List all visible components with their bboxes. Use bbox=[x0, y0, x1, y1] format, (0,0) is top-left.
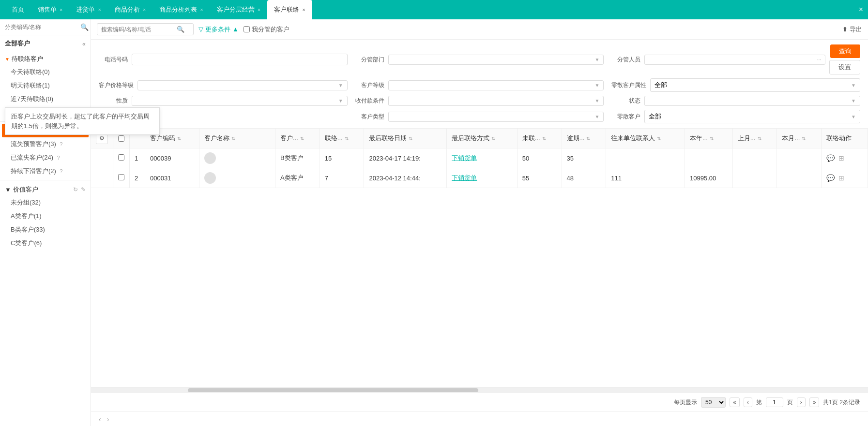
nav-purchase[interactable]: 进货单 × bbox=[69, 0, 107, 19]
table-area: ⚙ 客户编码 ⇅ bbox=[91, 129, 868, 387]
contact-sort-icon[interactable]: ⇅ bbox=[345, 136, 349, 141]
nav-customer-segment[interactable]: 客户分层经营 × bbox=[210, 0, 267, 19]
first-page-button[interactable]: « bbox=[730, 397, 740, 407]
last-page-button[interactable]: » bbox=[809, 397, 820, 407]
page-number-input[interactable] bbox=[766, 397, 783, 407]
filter-search-icon[interactable]: 🔍 bbox=[177, 26, 184, 33]
export-button[interactable]: ⬆ 导出 bbox=[842, 25, 862, 34]
declining-info-icon[interactable]: ? bbox=[60, 168, 62, 174]
row1-select-checkbox[interactable] bbox=[118, 154, 124, 161]
scrollbar-thumb[interactable] bbox=[188, 388, 478, 392]
horizontal-scrollbar[interactable] bbox=[91, 387, 868, 393]
payment-select[interactable]: ▼ bbox=[388, 96, 604, 106]
filter-row-customer-grade: 客户等级 ▼ bbox=[355, 78, 604, 92]
customer-grade-arrow-icon: ▼ bbox=[594, 83, 599, 88]
retail-attr-select[interactable]: 全部 ▼ bbox=[650, 78, 860, 92]
filter-row-status: 状态 ▼ bbox=[611, 96, 860, 106]
lost-customers-info-icon[interactable]: ? bbox=[57, 155, 60, 161]
row2-select-checkbox[interactable] bbox=[118, 174, 124, 180]
retail-customer-select[interactable]: 全部 ▼ bbox=[644, 110, 860, 123]
last-month-sort-icon[interactable]: ⇅ bbox=[758, 136, 761, 141]
per-page-select[interactable]: 50 100 200 bbox=[701, 397, 726, 408]
dept-select[interactable]: ▼ bbox=[388, 55, 604, 65]
window-close-icon[interactable]: × bbox=[859, 5, 863, 14]
sidebar-item-b-class[interactable]: B类客户(33) bbox=[0, 223, 91, 236]
nav-customer-segment-close[interactable]: × bbox=[258, 7, 260, 13]
select-all-checkbox[interactable] bbox=[118, 135, 124, 142]
code-sort-icon[interactable]: ⇅ bbox=[177, 136, 181, 141]
nav-customer-contact-close[interactable]: × bbox=[302, 7, 305, 13]
name-sort-icon[interactable]: ⇅ bbox=[231, 136, 235, 141]
row1-chat-icon[interactable]: 💬 bbox=[826, 154, 835, 162]
phone-input[interactable] bbox=[132, 54, 348, 65]
nav-product-analysis[interactable]: 商品分析 × bbox=[108, 0, 152, 19]
row1-grid-icon[interactable]: ⊞ bbox=[838, 154, 844, 162]
bottom-nav-left-icon[interactable]: ‹ bbox=[96, 415, 104, 423]
row2-grid-icon[interactable]: ⊞ bbox=[838, 174, 844, 182]
nav-sales-close[interactable]: × bbox=[60, 7, 62, 13]
next-page-button[interactable]: › bbox=[797, 397, 806, 407]
nav-product-analysis-close[interactable]: × bbox=[143, 7, 146, 13]
table-header-row: ⚙ 客户编码 ⇅ bbox=[91, 129, 868, 148]
uncontacted-sort-icon[interactable]: ⇅ bbox=[542, 136, 546, 141]
th-name: 客户名称 ⇅ bbox=[199, 129, 275, 148]
nav-product-analysis-list[interactable]: 商品分析列表 × bbox=[152, 0, 210, 19]
query-button[interactable]: 查询 bbox=[830, 44, 860, 58]
customer-grade-select[interactable]: ▼ bbox=[388, 80, 604, 90]
last-method-sort-icon[interactable]: ⇅ bbox=[491, 136, 495, 141]
this-month-sort-icon[interactable]: ⇅ bbox=[802, 136, 806, 141]
sidebar-item-a-class[interactable]: A类客户(1) bbox=[0, 209, 91, 223]
settings-button[interactable]: 设置 bbox=[829, 60, 860, 74]
manager-select[interactable]: ··· bbox=[644, 55, 825, 65]
type-sort-icon[interactable]: ⇅ bbox=[300, 136, 304, 141]
top-navigation: 首页 销售单 × 进货单 × 商品分析 × 商品分析列表 × 客户分层经营 × … bbox=[0, 0, 868, 19]
nav-purchase-close[interactable]: × bbox=[98, 7, 101, 13]
sidebar-search-input[interactable] bbox=[5, 24, 77, 30]
value-customer-edit-icon[interactable]: ✎ bbox=[81, 186, 86, 193]
loss-warning-info-icon[interactable]: ? bbox=[60, 141, 62, 147]
filter-search-box: 🔍 bbox=[97, 23, 194, 35]
filter-search-input[interactable] bbox=[101, 26, 174, 33]
row1-type: B类客户 bbox=[275, 148, 320, 168]
status-select[interactable]: ▼ bbox=[644, 96, 860, 106]
sidebar-search-icon[interactable]: 🔍 bbox=[80, 23, 89, 31]
sidebar-item-ungroup[interactable]: 未分组(32) bbox=[0, 196, 91, 209]
nav-sales[interactable]: 销售单 × bbox=[31, 0, 69, 19]
sidebar-item-declining-customers[interactable]: 持续下滑客户(2) ? bbox=[0, 164, 91, 178]
nav-home[interactable]: 首页 bbox=[5, 0, 31, 19]
filter-row-nature: 性质 ▼ bbox=[99, 96, 348, 106]
dept-select-arrow-icon: ▼ bbox=[594, 57, 599, 62]
customer-type-select[interactable]: ▼ bbox=[388, 112, 604, 122]
sidebar-item-tomorrow-contact[interactable]: 明天待联络(1) bbox=[0, 79, 91, 92]
row2-chat-icon[interactable]: 💬 bbox=[826, 174, 835, 182]
value-customer-refresh-icon[interactable]: ↻ bbox=[73, 186, 78, 193]
row1-last-method-link[interactable]: 下销货单 bbox=[452, 154, 477, 162]
last-date-sort-icon[interactable]: ⇅ bbox=[409, 136, 412, 141]
sidebar-item-loss-warning[interactable]: 流失预警客户(3) ? bbox=[0, 137, 91, 151]
sidebar-all-customers[interactable]: 全部客户 « bbox=[0, 35, 91, 52]
row1-actions: 💬 ⊞ bbox=[822, 148, 868, 168]
bottom-nav-right-icon[interactable]: › bbox=[104, 415, 112, 423]
row2-code: 000031 bbox=[145, 168, 199, 188]
row1-code: 000039 bbox=[145, 148, 199, 168]
sidebar-collapse-icon[interactable]: « bbox=[82, 40, 86, 47]
sidebar-item-today-contact[interactable]: 今天待联络(0) bbox=[0, 65, 91, 79]
price-grade-select[interactable]: ▼ bbox=[137, 80, 348, 90]
filter-row-price-grade: 客户价格等级 ▼ bbox=[99, 78, 348, 92]
more-conditions-toggle[interactable]: ▽ 更多条件 ▲ bbox=[198, 25, 239, 34]
nature-select[interactable]: ▼ bbox=[132, 96, 348, 106]
nav-customer-contact[interactable]: 客户联络 × bbox=[267, 0, 312, 19]
nav-product-analysis-list-close[interactable]: × bbox=[200, 7, 203, 13]
row2-last-method-link[interactable]: 下销货单 bbox=[452, 174, 477, 181]
sidebar-item-c-class[interactable]: C类客户(6) bbox=[0, 236, 91, 250]
overdue-sort-icon[interactable]: ⇅ bbox=[586, 136, 590, 141]
sidebar-divider-2 bbox=[0, 180, 91, 180]
sidebar-wait-contact-group[interactable]: ▼ 待联络客户 bbox=[0, 52, 91, 65]
sidebar-value-customer-group[interactable]: ▼ 价值客户 ↻ ✎ bbox=[0, 182, 91, 196]
sidebar-item-lost-customers[interactable]: 已流失客户(24) ? bbox=[0, 151, 91, 164]
sidebar-item-7day-contact[interactable]: 近7天待联络(0) bbox=[0, 92, 91, 106]
my-customers-checkbox[interactable] bbox=[244, 26, 250, 32]
unit-contact-sort-icon[interactable]: ⇅ bbox=[657, 136, 661, 141]
this-year-sort-icon[interactable]: ⇅ bbox=[710, 136, 714, 141]
prev-page-button[interactable]: ‹ bbox=[744, 397, 752, 407]
